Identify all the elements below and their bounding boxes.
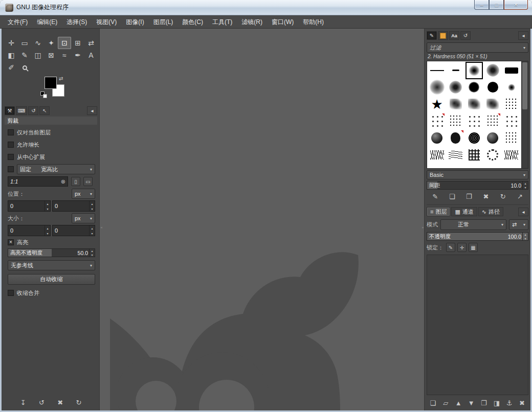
brush-item[interactable] — [466, 147, 482, 163]
color-picker-tool-button[interactable]: ✐ — [5, 61, 18, 74]
brush-item[interactable] — [466, 96, 482, 112]
device-status-tab[interactable]: ⌨ — [16, 106, 27, 115]
new-layer-group-button[interactable]: ▱ — [440, 398, 451, 408]
landscape-orientation-button[interactable]: ▭ — [83, 177, 93, 186]
right-dock-grip[interactable]: ► — [422, 220, 424, 235]
position-x-spinbox[interactable]: ▴▾ — [8, 200, 51, 212]
guides-select[interactable]: 无参考线 ▾ — [8, 260, 95, 270]
menu-item-8[interactable]: 滤镜(R) — [237, 15, 267, 28]
spin-up-icon[interactable]: ▴ — [90, 249, 95, 253]
menu-item-4[interactable]: 图像(I) — [121, 15, 148, 28]
menu-item-6[interactable]: 颜色(C) — [178, 15, 208, 28]
position-x-input[interactable] — [8, 201, 45, 211]
reset-tool-options-button[interactable]: ↻ — [74, 397, 84, 407]
spin-down-icon[interactable]: ▾ — [45, 206, 50, 211]
crop-tool-button[interactable]: ⊡ — [58, 37, 71, 49]
delete-brush-button[interactable]: ✖ — [481, 191, 491, 201]
brushes-tab[interactable]: ✎ — [427, 31, 437, 40]
spin-down-icon[interactable]: ▾ — [523, 237, 528, 241]
dock-menu-button[interactable]: ◂ — [518, 208, 528, 216]
brush-tag-select[interactable]: Basic ▾ — [427, 170, 528, 179]
add-layer-mask-button[interactable]: ◨ — [492, 398, 502, 408]
duplicate-brush-button[interactable]: ❐ — [464, 191, 474, 201]
brush-item[interactable] — [503, 79, 520, 96]
paintbrush-tool-button[interactable]: ✎ — [18, 49, 31, 61]
highlight-checkbox[interactable]: × — [8, 239, 14, 245]
dock-menu-button[interactable]: ◂ — [87, 106, 97, 115]
menu-item-3[interactable]: 视图(V) — [92, 15, 121, 28]
duplicate-layer-button[interactable]: ❐ — [479, 398, 489, 408]
brush-item[interactable] — [448, 79, 464, 96]
canvas[interactable]: ◄ ► — [100, 29, 424, 410]
brush-item[interactable] — [484, 62, 501, 79]
edit-brush-button[interactable]: ✎ — [430, 191, 440, 201]
spin-up-icon[interactable]: ▴ — [523, 181, 528, 186]
refresh-brushes-button[interactable]: ↻ — [498, 191, 508, 201]
foreground-color-swatch[interactable] — [45, 77, 57, 89]
spin-up-icon[interactable]: ▴ — [90, 201, 95, 206]
brush-item[interactable] — [466, 113, 482, 129]
anchor-layer-button[interactable]: ⚓ — [504, 398, 515, 408]
spin-up-icon[interactable]: ▴ — [45, 201, 50, 206]
position-y-spinbox[interactable]: ▴▾ — [52, 200, 95, 212]
titlebar[interactable]: GNU 图像处理程序 –□× — [0, 0, 532, 15]
fonts-tab[interactable]: Aa — [449, 31, 459, 40]
spin-down-icon[interactable]: ▾ — [90, 231, 95, 236]
smudge-tool-button[interactable]: ≈ — [58, 49, 71, 61]
spin-down-icon[interactable]: ▾ — [45, 231, 50, 236]
size-unit-select[interactable]: px ▾ — [72, 213, 95, 223]
size-height-input[interactable] — [53, 225, 89, 236]
spin-down-icon[interactable]: ▾ — [90, 206, 95, 211]
lock-position-button[interactable]: ✛ — [457, 243, 467, 252]
flip-tool-button[interactable]: ⇄ — [84, 37, 98, 49]
clone-tool-button[interactable]: ⊠ — [45, 49, 58, 61]
brush-item[interactable] — [503, 62, 520, 79]
menu-item-2[interactable]: 选择(S) — [62, 15, 92, 28]
aspect-ratio-input[interactable] — [10, 178, 59, 185]
free-select-tool-button[interactable]: ∿ — [31, 37, 45, 49]
layers-tab[interactable]: ≡图层 — [427, 207, 450, 216]
menu-item-10[interactable]: 帮助(H) — [298, 15, 328, 28]
delete-layer-button[interactable]: ✖ — [517, 398, 527, 408]
position-y-input[interactable] — [53, 201, 89, 211]
size-width-input[interactable] — [8, 225, 45, 236]
minimize-button[interactable]: – — [474, 0, 489, 10]
brush-item[interactable] — [448, 130, 464, 146]
undo-history-tab[interactable]: ↺ — [28, 106, 38, 115]
brush-scrollbar[interactable] — [521, 61, 528, 168]
new-layer-button[interactable]: ❏ — [428, 398, 438, 408]
spin-up-icon[interactable]: ▴ — [90, 225, 95, 231]
clear-icon[interactable]: ⊗ — [61, 178, 65, 185]
menu-item-7[interactable]: 工具(T) — [208, 15, 237, 28]
opacity-slider[interactable]: 不透明度 100.0 ▴▾ — [427, 232, 528, 241]
fuzzy-select-tool-button[interactable]: ✦ — [45, 37, 58, 49]
close-button[interactable]: × — [504, 0, 528, 10]
spin-down-icon[interactable]: ▾ — [523, 186, 528, 190]
eraser-tool-button[interactable]: ◫ — [31, 49, 45, 61]
text-tool-button[interactable]: A — [84, 49, 98, 61]
brush-item[interactable] — [466, 79, 482, 96]
brush-item[interactable] — [448, 62, 464, 79]
raise-layer-button[interactable]: ▲ — [453, 398, 463, 408]
menu-item-1[interactable]: 编辑(E) — [32, 15, 62, 28]
document-history-tab[interactable]: ↺ — [460, 31, 471, 40]
spin-down-icon[interactable]: ▾ — [90, 253, 95, 257]
brush-item[interactable] — [448, 113, 464, 129]
brush-item[interactable] — [448, 96, 464, 112]
lock-pixels-button[interactable]: ✎ — [446, 243, 455, 252]
brush-item[interactable] — [466, 62, 482, 79]
bucket-fill-tool-button[interactable]: ◧ — [5, 49, 18, 61]
patterns-tab[interactable] — [438, 31, 448, 40]
paths-tab[interactable]: ∿路径 — [478, 207, 503, 216]
mode-switch-button[interactable]: ⇄ ▾ — [509, 219, 528, 230]
shrink-merged-checkbox[interactable] — [8, 290, 14, 296]
brush-item[interactable] — [503, 147, 520, 163]
aspect-ratio-field[interactable]: ⊗ — [8, 176, 68, 187]
spin-up-icon[interactable]: ▴ — [523, 233, 528, 237]
ink-tool-button[interactable]: ✒ — [71, 49, 84, 61]
menu-item-9[interactable]: 窗口(W) — [267, 15, 298, 28]
menu-item-5[interactable]: 图层(L) — [149, 15, 178, 28]
brush-item[interactable] — [448, 147, 464, 163]
move-tool-button[interactable]: ✛ — [5, 37, 18, 49]
only-current-layer-checkbox[interactable] — [8, 129, 14, 135]
